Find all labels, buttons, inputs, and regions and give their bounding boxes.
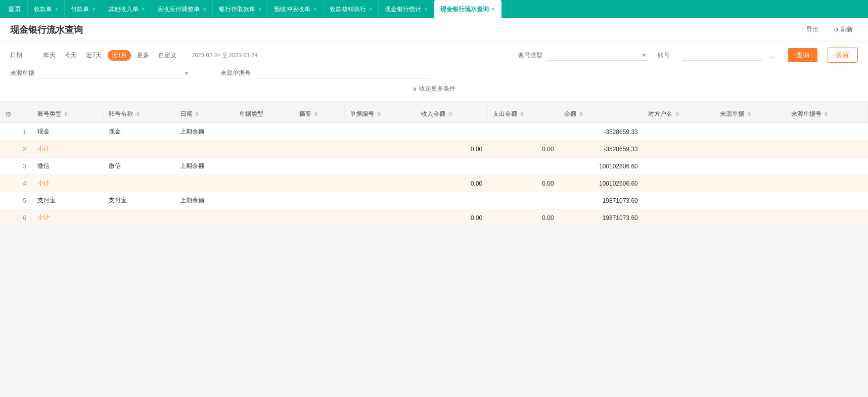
- account-input[interactable]: [682, 50, 762, 61]
- sort-doc-num-icon: ⇅: [377, 111, 381, 117]
- table-row: 2小计0.000.00-3528659.33: [0, 141, 868, 158]
- date-btn-yesterday[interactable]: 昨天: [40, 50, 59, 61]
- cell-summary: [294, 209, 344, 227]
- cell-doc-num: [345, 123, 416, 141]
- col-doc-num[interactable]: 单据编号 ⇅: [345, 106, 416, 123]
- nav-other-income-close[interactable]: ×: [142, 6, 145, 12]
- account-type-select[interactable]: 现金 微信 支付宝: [546, 50, 648, 61]
- cell-account-type: 微信: [32, 158, 104, 175]
- cell-source-doc: [714, 209, 786, 227]
- cell-income: [416, 123, 487, 141]
- sort-summary-icon: ⇅: [314, 111, 318, 117]
- query-button[interactable]: 查询: [788, 48, 817, 62]
- cell-doc-type: [234, 209, 294, 227]
- source-doc-input-wrap: ▾: [38, 68, 190, 78]
- cell-expense: 0.00: [487, 175, 559, 192]
- cell-account-name: [104, 141, 175, 158]
- cell-counterparty: [643, 192, 714, 209]
- cell-source-doc-num: [786, 175, 867, 192]
- cell-source-doc: [714, 175, 786, 192]
- cell-summary: [294, 123, 344, 141]
- settings-button[interactable]: 设置: [828, 48, 858, 63]
- cell-account-type: 小计: [32, 141, 104, 158]
- account-type-label: 账号类型: [518, 51, 542, 60]
- table-row: 5支付宝支付宝上期余额19871073.60: [0, 192, 868, 209]
- date-btn-7days[interactable]: 近7天: [83, 50, 105, 61]
- sort-date-icon: ⇅: [195, 111, 199, 117]
- col-account-name[interactable]: 账号名称 ⇅: [104, 106, 175, 123]
- cell-date: [175, 141, 234, 158]
- nav-ap-adjust-close[interactable]: ×: [203, 6, 206, 12]
- cell-source-doc-num: [786, 209, 867, 227]
- cell-row-num: 5: [17, 192, 32, 209]
- sort-expense-icon: ⇅: [520, 111, 524, 117]
- sort-balance-icon: ⇅: [579, 111, 583, 117]
- nav-payment[interactable]: 付款单 ×: [65, 0, 102, 18]
- nav-home[interactable]: 首页: [2, 0, 28, 18]
- nav-cash-bank-stats[interactable]: 现金银行统计 ×: [379, 0, 434, 18]
- date-btn-today[interactable]: 今天: [62, 50, 80, 61]
- col-expense[interactable]: 支出金额 ⇅: [487, 106, 559, 123]
- cell-counterparty: [643, 141, 714, 158]
- table-row: 1现金现金上期余额-3528659.33: [0, 123, 868, 141]
- col-counterparty[interactable]: 对方户名 ⇅: [643, 106, 714, 123]
- source-doc-filter: 来源单据 ▾: [10, 68, 190, 78]
- nav-receipt-verify-close[interactable]: ×: [369, 6, 372, 12]
- col-balance[interactable]: 余额 ⇅: [559, 106, 643, 123]
- sort-account-name-icon: ⇅: [136, 111, 140, 117]
- col-settings[interactable]: ⚙: [0, 106, 17, 123]
- nav-receipt-close[interactable]: ×: [55, 6, 58, 12]
- nav-cash-bank-flow[interactable]: 现金银行流水查询 ×: [434, 0, 501, 18]
- sort-source-doc-num-icon: ⇅: [824, 111, 828, 117]
- col-income[interactable]: 收入金额 ⇅: [416, 106, 487, 123]
- nav-receipt-verify[interactable]: 收款核销执行 ×: [324, 0, 379, 18]
- cell-source-doc-num: [786, 123, 867, 141]
- col-date[interactable]: 日期 ⇅: [175, 106, 234, 123]
- cell-row-num: 4: [17, 175, 32, 192]
- cell-account-type: 现金: [32, 123, 104, 141]
- col-source-doc-num[interactable]: 来源单据号 ⇅: [786, 106, 867, 123]
- nav-prepay[interactable]: 预收冲应收单 ×: [268, 0, 323, 18]
- cell-source-doc: [714, 158, 786, 175]
- nav-cash-bank-flow-close[interactable]: ×: [492, 6, 495, 12]
- source-doc-num-input[interactable]: [255, 68, 432, 78]
- cell-income: [416, 192, 487, 209]
- account-dots-button[interactable]: ...: [766, 50, 778, 60]
- nav-bank-deposit[interactable]: 银行存取款单 ×: [213, 0, 268, 18]
- table-header-row: ⚙ 账号类型 ⇅ 账号名称 ⇅ 日期 ⇅ 单据类型 摘要 ⇅: [0, 106, 868, 123]
- cell-account-name: 支付宝: [104, 192, 175, 209]
- date-btn-custom[interactable]: 自定义: [155, 50, 179, 61]
- col-account-type[interactable]: 账号类型 ⇅: [32, 106, 104, 123]
- account-label: 账号: [658, 51, 678, 60]
- cell-balance: 19871073.60: [559, 209, 643, 227]
- cell-date: 上期余额: [175, 123, 234, 141]
- nav-receipt[interactable]: 收款单 ×: [28, 0, 65, 18]
- table-row: 3微信微信上期余额100102606.60: [0, 158, 868, 175]
- gear-icon[interactable]: ⚙: [5, 110, 12, 118]
- nav-cash-bank-stats-close[interactable]: ×: [424, 6, 427, 12]
- collapse-bar[interactable]: ∧ 收起更多条件: [10, 82, 858, 95]
- refresh-button[interactable]: ↺ 刷新: [829, 23, 858, 36]
- nav-prepay-close[interactable]: ×: [313, 6, 316, 12]
- cell-account-name: [104, 175, 175, 192]
- date-btn-more[interactable]: 更多: [134, 50, 152, 61]
- date-btn-1month[interactable]: 近1月: [108, 50, 131, 61]
- nav-payment-close[interactable]: ×: [92, 6, 95, 12]
- cell-balance: -3528659.33: [559, 141, 643, 158]
- nav-ap-adjust[interactable]: 应收应付调整单 ×: [151, 0, 212, 18]
- account-type-input-wrap: 现金 微信 支付宝 ▾: [546, 50, 648, 61]
- col-summary[interactable]: 摘要 ⇅: [294, 106, 344, 123]
- cell-settings: [0, 141, 17, 158]
- source-doc-select[interactable]: [38, 68, 190, 78]
- cell-doc-type: [234, 175, 294, 192]
- nav-other-income[interactable]: 其他收入单 ×: [102, 0, 151, 18]
- cell-income: 0.00: [416, 209, 487, 227]
- cell-balance: 100102606.60: [559, 175, 643, 192]
- cell-source-doc: [714, 141, 786, 158]
- col-source-doc[interactable]: 来源单据 ⇅: [714, 106, 786, 123]
- sort-source-doc-icon: ⇅: [747, 111, 751, 117]
- nav-bank-deposit-close[interactable]: ×: [258, 6, 261, 12]
- cell-account-type: 支付宝: [32, 192, 104, 209]
- cell-date: [175, 175, 234, 192]
- export-button[interactable]: ↑ 导出: [796, 23, 824, 36]
